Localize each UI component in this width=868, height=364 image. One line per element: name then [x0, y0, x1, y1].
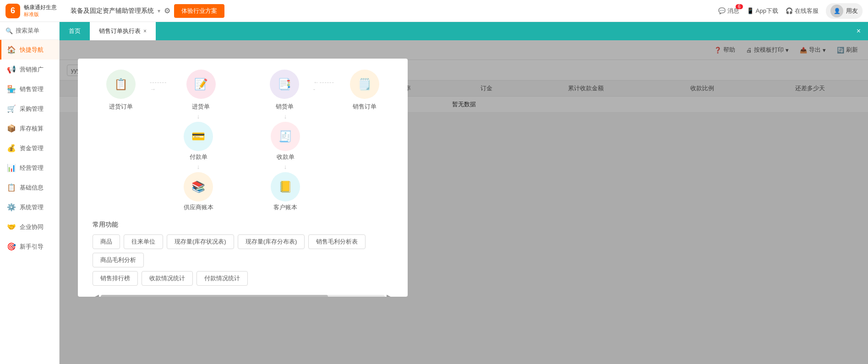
system-title: 装备及固定资产辅助管理系统	[71, 7, 154, 15]
scroll-left-btn[interactable]: ◀	[93, 293, 101, 297]
func-btn-product[interactable]: 商品	[93, 234, 120, 249]
customer-ledger-label: 客户账本	[273, 203, 297, 212]
purchase-bill-circle[interactable]: 📝	[186, 70, 216, 99]
sales-order-exec-label: 销售订单执行表	[99, 27, 141, 35]
func-btn-sales-rank[interactable]: 销售排行榜	[93, 271, 138, 286]
sidebar-item-basic-info[interactable]: 📋 基础信息	[0, 178, 59, 197]
supplier-ledger-circle[interactable]: 📚	[184, 172, 213, 201]
sidebar-item-label: 快捷导航	[20, 46, 44, 54]
sales-icon: 🏪	[7, 85, 16, 93]
sales-order-circle[interactable]: 🗒️	[350, 70, 379, 99]
online-service-label: 在线客服	[795, 7, 819, 15]
arrow-1: -------→	[150, 79, 172, 102]
down-arrow-payment: ↓	[197, 113, 200, 120]
dropdown-icon[interactable]: ▾	[158, 8, 160, 14]
sidebar-item-quick-nav[interactable]: 🏠 快捷导航	[0, 40, 59, 60]
purchase-bill-icon: 📝	[194, 78, 208, 91]
sidebar-item-finance[interactable]: 💰 资金管理	[0, 138, 59, 158]
sales-bill-circle[interactable]: 📑	[270, 70, 299, 99]
sidebar-item-label: 系统管理	[20, 203, 44, 212]
func-btn-stock-dist[interactable]: 现存量(库存分布表)	[238, 234, 305, 249]
user-menu[interactable]: 👤 用友	[826, 3, 863, 19]
supplier-ledger-icon: 📚	[191, 180, 205, 193]
sidebar-item-label: 库存核算	[20, 125, 44, 133]
sidebar-item-marketing[interactable]: 📢 营销推广	[0, 60, 59, 79]
receipt-bill-circle[interactable]: 🧾	[271, 122, 300, 151]
down-arrow-receipt: ↓	[284, 113, 287, 120]
scrollbar-track[interactable]	[101, 295, 385, 297]
purchase-order-icon: 📋	[114, 78, 128, 91]
sales-order-label: 销售订单	[353, 103, 377, 111]
system-icon: ⚙️	[7, 203, 16, 212]
online-service-btn[interactable]: 🎧 在线客服	[786, 7, 819, 15]
tab-bar-close-btn[interactable]: ×	[849, 27, 868, 35]
common-funcs-title: 常用功能	[93, 221, 393, 229]
tab-sales-order-exec[interactable]: 销售订单执行表 ×	[90, 22, 156, 40]
app-download-btn[interactable]: 📱 App下载	[747, 7, 778, 15]
func-btn-product-margin[interactable]: 商品毛利分析	[93, 253, 144, 267]
message-badge: 6	[736, 4, 743, 9]
download-icon: 📱	[747, 7, 754, 14]
modal-scrollbar: ◀ ▶	[93, 293, 393, 297]
sidebar-item-newcomer[interactable]: 🎯 新手引导	[0, 237, 59, 256]
payment-bill-label: 付款单	[190, 153, 207, 161]
search-menu-item[interactable]: 🔍 搜索菜单	[0, 22, 59, 40]
scrollbar-thumb	[101, 295, 328, 297]
settings-icon[interactable]: ⚙	[164, 6, 170, 15]
sidebar-item-label: 基础信息	[20, 184, 44, 192]
sidebar-item-label: 采购管理	[20, 105, 44, 113]
sidebar-item-operations[interactable]: 📊 经营管理	[0, 158, 59, 178]
payment-bill-icon: 💳	[191, 130, 205, 143]
enterprise-icon: 🤝	[7, 223, 16, 231]
inventory-icon: 📦	[7, 124, 16, 133]
flow-col-receipt: ↓ 🧾 收款单	[256, 113, 315, 161]
customer-ledger-icon: 📒	[278, 180, 292, 193]
modal-box: 📋 进货订单 -------→ 📝 进货单	[78, 59, 408, 297]
tab-close-icon[interactable]: ×	[143, 28, 147, 34]
sidebar-item-enterprise[interactable]: 🤝 企业协同	[0, 217, 59, 237]
func-btn-sales-margin[interactable]: 销售毛利分析表	[308, 234, 366, 249]
sidebar-item-sales[interactable]: 🏪 销售管理	[0, 79, 59, 99]
receipt-bill-label: 收款单	[277, 153, 295, 161]
flow-col-customer: ↓ 📒 客户账本	[256, 163, 315, 212]
sidebar-item-inventory[interactable]: 📦 库存核算	[0, 119, 59, 138]
search-icon: 🔍	[5, 27, 13, 34]
purchase-bill-label: 进货单	[192, 103, 210, 111]
tab-bar: 首页 销售订单执行表 × ×	[60, 22, 868, 40]
sidebar-item-label: 销售管理	[20, 85, 44, 93]
top-right-area: 💬 消息 6 📱 App下载 🎧 在线客服 👤 用友	[718, 3, 863, 19]
newcomer-icon: 🎯	[7, 242, 16, 251]
user-label: 用友	[846, 7, 858, 15]
sidebar-item-purchase[interactable]: 🛒 采购管理	[0, 99, 59, 119]
avatar: 👤	[830, 5, 843, 17]
sidebar-item-label: 经营管理	[20, 164, 44, 172]
supplier-ledger-label: 供应商账本	[184, 203, 213, 212]
receipt-bill-icon: 🧾	[278, 130, 292, 143]
payment-bill-circle[interactable]: 💳	[184, 122, 213, 151]
headset-icon: 🎧	[786, 7, 793, 14]
main-content: 首页 销售订单执行表 × × ❓ 帮助 🖨 按模板打印 ▾ 📤 导出 ▾	[60, 22, 868, 364]
sales-bill-label: 销货单	[276, 103, 294, 111]
func-btn-stock-status[interactable]: 现存量(库存状况表)	[167, 234, 234, 249]
func-btn-partners[interactable]: 往来单位	[124, 234, 163, 249]
scroll-right-btn[interactable]: ▶	[385, 293, 393, 297]
func-btn-payment-stats[interactable]: 付款情况统计	[197, 271, 248, 286]
common-funcs-area: 常用功能 商品 往来单位 现存量(库存状况表) 现存量(库存分布表) 销售毛利分…	[93, 221, 393, 286]
message-btn[interactable]: 💬 消息 6	[718, 7, 739, 15]
home-tab-label: 首页	[69, 27, 81, 35]
purchase-order-circle[interactable]: 📋	[106, 70, 136, 99]
trial-btn[interactable]: 体验行业方案	[174, 4, 224, 18]
purchase-icon: 🛒	[7, 104, 16, 113]
sidebar-item-label: 资金管理	[20, 144, 44, 152]
customer-ledger-circle[interactable]: 📒	[271, 172, 300, 201]
flow-col-supplier: ↓ 📚 供应商账本	[169, 163, 228, 212]
down-arrow-customer: ↓	[284, 163, 287, 170]
top-bar: 6 畅康通好生意 标准版 装备及固定资产辅助管理系统 ▾ ⚙ 体验行业方案 💬 …	[0, 0, 868, 22]
system-title-area: 装备及固定资产辅助管理系统 ▾ ⚙ 体验行业方案	[65, 4, 718, 18]
sidebar-item-system[interactable]: ⚙️ 系统管理	[0, 197, 59, 217]
logo-area: 6 畅康通好生意 标准版	[5, 4, 65, 18]
flow-col-payment: ↓ 💳 付款单	[169, 113, 228, 161]
tab-home[interactable]: 首页	[60, 22, 90, 40]
func-btn-receipt-stats[interactable]: 收款情况统计	[142, 271, 193, 286]
finance-icon: 💰	[7, 144, 16, 152]
